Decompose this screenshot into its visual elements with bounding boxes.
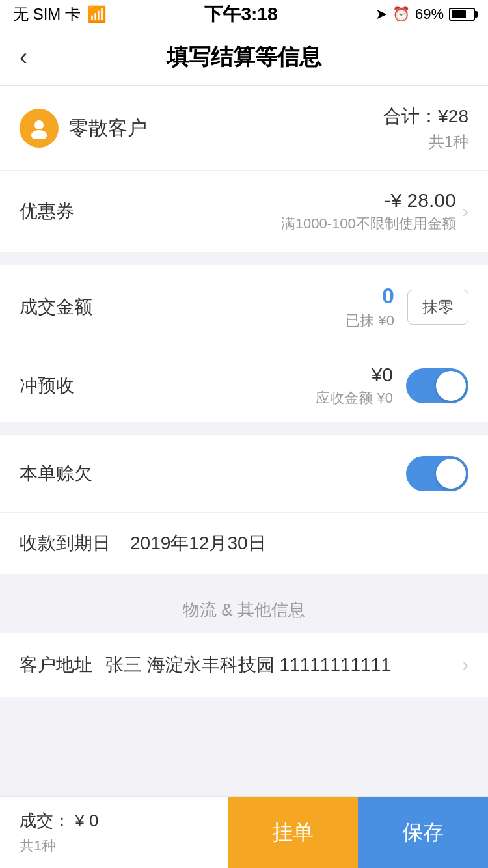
prepay-sub: 应收金额 ¥0 xyxy=(316,388,393,408)
content-area: 零散客户 合计：¥28 共1种 优惠券 -¥ 28.00 满1000-100不限… xyxy=(0,86,488,775)
wifi-icon: 📶 xyxy=(87,5,107,23)
customer-section: 零散客户 合计：¥28 共1种 优惠券 -¥ 28.00 满1000-100不限… xyxy=(0,86,488,252)
address-section: 客户地址 张三 海淀永丰科技园 11111111111 › xyxy=(0,633,488,697)
status-right: ➤ ⏰ 69% xyxy=(375,6,475,23)
debt-label: 本单赊欠 xyxy=(20,461,92,486)
alarm-icon: ⏰ xyxy=(392,6,410,23)
transaction-amount[interactable]: 0 xyxy=(346,283,394,308)
transaction-label: 成交金额 xyxy=(20,295,92,319)
debt-toggle-knob xyxy=(436,459,466,489)
debt-row: 本单赊欠 xyxy=(0,435,488,512)
address-chevron-icon: › xyxy=(463,655,468,675)
transaction-section: 成交金额 0 已抹 ¥0 抹零 冲预收 ¥0 应收金额 ¥0 xyxy=(0,265,488,422)
duedate-row: 收款到期日 2019年12月30日 xyxy=(0,512,488,574)
duedate-label: 收款到期日 xyxy=(20,531,111,556)
coupon-discount: -¥ 28.00 xyxy=(281,189,456,211)
no-sim-text: 无 SIM 卡 xyxy=(13,4,81,25)
customer-row: 零散客户 合计：¥28 共1种 xyxy=(0,86,488,171)
bottom-bar: 成交： ¥ 0 共1种 挂单 保存 xyxy=(0,796,488,868)
coupon-chevron-icon: › xyxy=(463,201,468,222)
customer-left: 零散客户 xyxy=(20,109,147,148)
coupon-info: -¥ 28.00 满1000-100不限制使用金额 xyxy=(281,189,456,234)
transaction-sub: 已抹 ¥0 xyxy=(346,311,394,331)
logistics-header: 物流 & 其他信息 xyxy=(0,587,488,633)
transaction-row: 成交金额 0 已抹 ¥0 抹零 xyxy=(0,265,488,349)
page-title: 填写结算等信息 xyxy=(167,42,321,72)
customer-right: 合计：¥28 共1种 xyxy=(383,104,468,152)
prepay-amount: ¥0 xyxy=(316,364,393,386)
bottom-deal-row: 成交： ¥ 0 xyxy=(20,809,208,832)
total-count: 共1种 xyxy=(383,131,468,152)
toggle-knob xyxy=(436,371,466,401)
prepay-right: ¥0 应收金额 ¥0 xyxy=(316,364,468,408)
logistics-divider xyxy=(0,574,488,587)
duedate-value: 2019年12月30日 xyxy=(130,531,266,556)
location-icon: ➤ xyxy=(375,6,387,23)
address-row[interactable]: 客户地址 张三 海淀永丰科技园 11111111111 › xyxy=(0,633,488,697)
debt-section: 本单赊欠 收款到期日 2019年12月30日 xyxy=(0,435,488,574)
back-button[interactable]: ‹ xyxy=(20,44,27,71)
prepay-label: 冲预收 xyxy=(20,373,74,398)
status-bar: 无 SIM 卡 📶 下午3:18 ➤ ⏰ 69% xyxy=(0,0,488,29)
bottom-count: 共1种 xyxy=(20,836,208,856)
address-value: 张三 海淀永丰科技园 11111111111 xyxy=(105,653,463,677)
prepay-row: 冲预收 ¥0 应收金额 ¥0 xyxy=(0,349,488,422)
battery-percent: 69% xyxy=(415,6,444,23)
debt-toggle[interactable] xyxy=(406,456,468,491)
divider-1 xyxy=(0,252,488,265)
coupon-row[interactable]: 优惠券 -¥ 28.00 满1000-100不限制使用金额 › xyxy=(0,171,488,252)
prepay-info: ¥0 应收金额 ¥0 xyxy=(316,364,393,408)
avatar xyxy=(20,109,59,148)
address-label: 客户地址 xyxy=(20,653,92,677)
svg-point-1 xyxy=(31,130,47,139)
total-label: 合计：¥28 xyxy=(383,104,468,129)
logistics-line-left xyxy=(20,610,170,610)
nav-bar: ‹ 填写结算等信息 xyxy=(0,29,488,86)
transaction-right: 0 已抹 ¥0 抹零 xyxy=(346,283,468,331)
coupon-label: 优惠券 xyxy=(20,199,74,224)
deal-prefix: 成交： xyxy=(20,811,70,830)
save-button[interactable]: 保存 xyxy=(358,797,488,869)
divider-2 xyxy=(0,422,488,435)
coupon-description: 满1000-100不限制使用金额 xyxy=(281,214,456,234)
status-time: 下午3:18 xyxy=(204,2,277,27)
prepay-toggle[interactable] xyxy=(406,368,468,403)
bottom-info: 成交： ¥ 0 共1种 xyxy=(0,809,228,856)
battery-fill xyxy=(452,10,466,18)
battery-icon xyxy=(449,8,475,21)
customer-name: 零散客户 xyxy=(69,115,147,142)
svg-point-0 xyxy=(34,120,44,129)
pending-button[interactable]: 挂单 xyxy=(228,797,358,869)
transaction-amount-block: 0 已抹 ¥0 xyxy=(346,283,394,331)
status-left: 无 SIM 卡 📶 xyxy=(13,4,107,25)
logistics-line-right xyxy=(318,610,468,610)
coupon-right: -¥ 28.00 满1000-100不限制使用金额 › xyxy=(281,189,468,234)
round-button[interactable]: 抹零 xyxy=(407,290,468,325)
deal-amount: ¥ 0 xyxy=(75,811,98,830)
logistics-label: 物流 & 其他信息 xyxy=(170,599,318,621)
